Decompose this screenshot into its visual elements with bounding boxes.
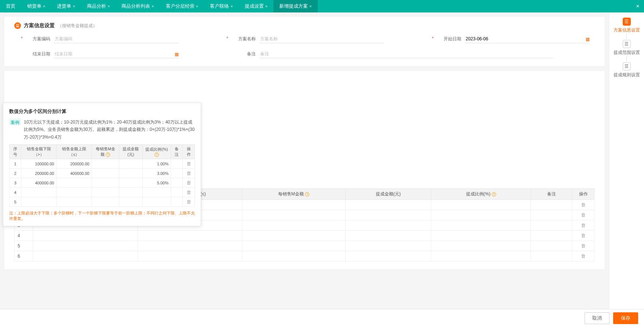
example-table: 序号 销售金额下限（>） 销售金额上限（≤） 每销售M金额 ? 提成金额(元) … bbox=[9, 144, 195, 207]
cancel-button[interactable]: 取消 bbox=[585, 312, 610, 324]
delete-icon[interactable]: 🗑 bbox=[186, 180, 191, 185]
tab-strip: 首页 销货单× 进货单× 商品分析× 商品分析列表× 客户分层经营× 客户联络×… bbox=[0, 0, 644, 12]
step-icon: ☰ bbox=[623, 40, 631, 48]
table-row: 2200000.00400000.003.00%🗑 bbox=[10, 169, 195, 178]
help-icon[interactable]: ? bbox=[305, 192, 309, 196]
section-title: 方案信息设置 bbox=[24, 22, 55, 29]
close-icon[interactable]: × bbox=[265, 4, 268, 8]
close-all-icon[interactable]: ✕ bbox=[632, 0, 644, 12]
table-row: 1100000.00200000.001.00%🗑 bbox=[10, 159, 195, 169]
tab-product-analysis-list[interactable]: 商品分析列表× bbox=[116, 0, 160, 12]
example-tag: 案例 bbox=[9, 118, 21, 125]
mini-col-ratio: 提成比例(%) ? bbox=[142, 145, 171, 159]
table-row[interactable]: 5🗑 bbox=[15, 241, 594, 251]
delete-icon[interactable]: 🗑 bbox=[581, 202, 586, 207]
table-row: 5🗑 bbox=[10, 197, 195, 207]
col-op: 操作 bbox=[572, 189, 594, 200]
label-start-date: 开始日期 bbox=[436, 36, 461, 42]
table-row[interactable]: 4🗑 bbox=[15, 231, 594, 241]
mini-col-perm: 每销售M金额 ? bbox=[92, 145, 119, 159]
step-icon: ☰ bbox=[623, 18, 631, 26]
col-ratio: 提成比例(%) ? bbox=[431, 189, 531, 200]
step-connector bbox=[626, 34, 627, 39]
end-date-input[interactable] bbox=[54, 50, 178, 58]
col-amount: 提成金额(元) bbox=[345, 189, 431, 200]
plan-name-input[interactable] bbox=[259, 35, 384, 43]
step-plan-info[interactable]: ☰ 方案信息设置 bbox=[614, 18, 640, 33]
step-label: 提成范围设置 bbox=[614, 49, 640, 56]
tab-purchase-order[interactable]: 进货单× bbox=[51, 0, 81, 12]
table-row: 3400000.005.00%🗑 bbox=[10, 178, 195, 188]
delete-icon[interactable]: 🗑 bbox=[186, 199, 191, 205]
delete-icon[interactable]: 🗑 bbox=[581, 253, 586, 259]
plan-code-input[interactable] bbox=[54, 35, 179, 43]
tab-home[interactable]: 首页 bbox=[0, 0, 21, 12]
step-connector bbox=[626, 56, 627, 62]
delete-icon[interactable]: 🗑 bbox=[581, 243, 586, 249]
mini-col-upper: 销售金额上限（≤） bbox=[57, 145, 92, 159]
mini-col-seq: 序号 bbox=[10, 145, 21, 159]
mini-col-lower: 销售金额下限（>） bbox=[21, 145, 57, 159]
tab-commission-setting[interactable]: 提成设置× bbox=[239, 0, 273, 12]
step-label: 方案信息设置 bbox=[614, 27, 640, 33]
step-icon: ☰ bbox=[623, 62, 631, 70]
table-row[interactable]: 6🗑 bbox=[15, 251, 594, 261]
tab-new-commission-plan[interactable]: 新增提成方案× bbox=[273, 0, 317, 12]
mini-col-op: 操作 bbox=[183, 145, 195, 159]
close-icon[interactable]: × bbox=[196, 4, 198, 8]
tab-customer-tier[interactable]: 客户分层经营× bbox=[160, 0, 204, 12]
delete-icon[interactable]: 🗑 bbox=[581, 212, 586, 218]
plan-info-card: ☰ 方案信息设置 （按销售金额提成） 方案编码 方案名称 开始日期 ▦ bbox=[4, 16, 605, 67]
tooltip-note: 注：上限必须大于下限；多个阶梯时，下一个阶梯下限要等于前一阶梯上限；不同行之间下… bbox=[9, 210, 195, 221]
footer-bar: 取消 保存 bbox=[0, 309, 644, 327]
calc-rule-tooltip: 数值分为多个区间分别计算 案例 10万元以下无提成；10-20万元提成比例为1%… bbox=[3, 103, 201, 226]
mini-col-remark: 备注 bbox=[171, 145, 183, 159]
label-plan-code: 方案编码 bbox=[25, 36, 50, 42]
close-icon[interactable]: × bbox=[43, 4, 45, 8]
remark-input[interactable] bbox=[259, 50, 553, 58]
save-button[interactable]: 保存 bbox=[613, 312, 638, 324]
close-icon[interactable]: × bbox=[230, 4, 233, 8]
tab-product-analysis[interactable]: 商品分析× bbox=[81, 0, 116, 12]
step-scope[interactable]: ☰ 提成范围设置 bbox=[614, 40, 640, 56]
label-remark: 备注 bbox=[230, 51, 256, 57]
close-icon[interactable]: × bbox=[152, 4, 154, 8]
section-subtitle: （按销售金额提成） bbox=[58, 23, 97, 29]
tooltip-title: 数值分为多个区间分别计算 bbox=[9, 108, 195, 115]
col-remark: 备注 bbox=[531, 189, 572, 200]
mini-col-amount: 提成金额(元) bbox=[119, 145, 143, 159]
help-icon: ? bbox=[106, 153, 110, 157]
close-icon[interactable]: × bbox=[309, 4, 312, 8]
close-icon[interactable]: × bbox=[73, 4, 75, 8]
section-icon: ☰ bbox=[14, 22, 21, 29]
help-icon[interactable]: ? bbox=[492, 192, 496, 196]
label-plan-name: 方案名称 bbox=[230, 36, 256, 42]
close-icon[interactable]: × bbox=[108, 4, 110, 8]
tab-sales-order[interactable]: 销货单× bbox=[21, 0, 51, 12]
start-date-input[interactable] bbox=[465, 35, 589, 43]
step-label: 提成规则设置 bbox=[614, 72, 640, 78]
help-icon: ? bbox=[154, 153, 159, 157]
step-rule[interactable]: ☰ 提成规则设置 bbox=[614, 62, 640, 78]
step-nav: ☰ 方案信息设置 ☰ 提成范围设置 ☰ 提成规则设置 bbox=[609, 12, 644, 327]
delete-icon[interactable]: 🗑 bbox=[581, 233, 586, 238]
table-row: 4🗑 bbox=[10, 188, 195, 197]
tab-customer-contact[interactable]: 客户联络× bbox=[204, 0, 239, 12]
col-perm: 每销售M金额 ? bbox=[242, 189, 345, 200]
delete-icon[interactable]: 🗑 bbox=[186, 190, 191, 195]
label-end-date: 结束日期 bbox=[25, 51, 50, 57]
delete-icon[interactable]: 🗑 bbox=[581, 223, 586, 228]
delete-icon[interactable]: 🗑 bbox=[186, 161, 191, 166]
delete-icon[interactable]: 🗑 bbox=[186, 170, 191, 176]
example-text: 10万元以下无提成；10-20万元提成比例为1%；20-40万提成比例为3%；4… bbox=[24, 118, 195, 141]
